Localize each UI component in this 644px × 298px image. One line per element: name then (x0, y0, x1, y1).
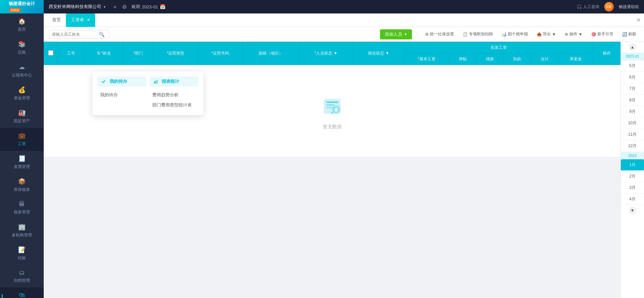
calendar-month-jul[interactable]: 7月 (621, 83, 644, 95)
sidebar-item-fixed-assets[interactable]: 🏭 固定资产 (0, 105, 44, 128)
add-icon[interactable]: ＋ (111, 2, 119, 11)
header-right: 🎧 人工咨询 CE 畅捷通组组 (577, 2, 644, 11)
tab-salary-label: 工资表 (71, 17, 84, 23)
invoice-icon: 🧾 (18, 155, 26, 162)
sidebar-label-invoice: 发票管理 (14, 164, 30, 170)
th-dept: *部门 (123, 42, 153, 65)
headset-icon: 🎧 (577, 4, 582, 9)
calendar-month-jan-active[interactable]: 1月 (621, 159, 644, 171)
social-insurance-icon: ⚙ (425, 32, 429, 37)
calendar-month-mar[interactable]: 3月 (621, 182, 644, 194)
special-deduction-btn[interactable]: 📋 专项附加扣除 (460, 30, 496, 38)
archive-icon: 🗂 (19, 269, 25, 276)
sidebar-item-inventory[interactable]: 📦 库存核算 (0, 174, 44, 197)
search-input[interactable] (52, 32, 99, 37)
th-allowance: 津贴 (449, 54, 476, 65)
content-with-right: 工号 ⇅ *姓名 *部门 *证照类型 *证照号码 国籍（地区） *人员状态 ▼ … (44, 42, 644, 298)
refresh-btn[interactable]: 🔄 刷新 (619, 30, 639, 38)
calendar-month-may[interactable]: 5月 (621, 60, 644, 72)
empty-state-text: 暂无数据 (323, 124, 342, 130)
calendar-month-apr[interactable]: 4月 (621, 194, 644, 205)
special-deduction-label: 专项附加扣除 (469, 31, 493, 37)
sidebar-label-closing: 结账 (18, 255, 26, 261)
calendar-nav-up[interactable]: ▲ (621, 42, 644, 53)
sidebar-label-cloud-report: 云报表中心 (12, 72, 32, 78)
th-id-type: *证照类型 (153, 42, 198, 65)
calendar-month-jun[interactable]: 6月 (621, 72, 644, 83)
social-insurance-btn[interactable]: ⚙ 统一社保设置 (422, 30, 457, 38)
logo-area: 畅捷通好会计 旗舰版 (0, 0, 44, 13)
calendar-nav-down[interactable]: ▼ (621, 205, 644, 216)
popup-todo-item[interactable]: 我的待办 (98, 90, 146, 100)
customer-service-label: 人工咨询 (583, 4, 599, 10)
content-area: 首页 工资表 ✕ ✕ 🔍 添加人员 ▼ ⚙ 统一社保设置 (44, 13, 644, 298)
calendar-month-feb[interactable]: 2月 (621, 171, 644, 182)
sidebar-item-ledger[interactable]: 📚 总账 (0, 36, 44, 59)
sidebar-label-archive: 归档管理 (14, 278, 30, 284)
calendar-month-aug[interactable]: 8月 (621, 95, 644, 106)
calendar-month-nov[interactable]: 11月 (621, 129, 644, 140)
sidebar-item-tax[interactable]: 🏛 税务管理 (0, 197, 44, 219)
sidebar-label-fund: 资金管理 (14, 95, 30, 101)
add-person-button[interactable]: 添加人员 ▼ (380, 29, 412, 39)
tab-home[interactable]: 首页 (47, 13, 66, 27)
empty-state-icon (319, 92, 346, 119)
th-deduction: 扣款 (504, 54, 531, 65)
sidebar-item-salary[interactable]: 💼 工资 (0, 128, 44, 151)
sidebar-item-fund[interactable]: 💰 资金管理 (0, 82, 44, 105)
export-btn[interactable]: 📤 导出 ▼ (534, 30, 559, 38)
user-name: 畅捷通组组 (619, 4, 639, 10)
company-name[interactable]: 西安虾米网络科技有限公司 (49, 4, 101, 10)
popup-todo-title[interactable]: 我的待办 (98, 76, 146, 87)
todo-icon (100, 78, 107, 85)
calendar-current-year: 2023 (621, 152, 644, 159)
sidebar-item-archive[interactable]: 🗂 归档管理 (0, 265, 44, 288)
svg-rect-9 (155, 80, 156, 84)
sidebar-item-cloud-report[interactable]: ☁ 云报表中心 (0, 59, 44, 82)
app-logo-badge: 旗舰版 (9, 8, 21, 12)
customer-service-btn[interactable]: 🎧 人工咨询 (577, 4, 599, 10)
sidebar-item-closing[interactable]: 📝 结账 (0, 242, 44, 265)
period-label: 账期 (131, 4, 140, 10)
popup-todo-label: 我的待办 (110, 78, 127, 85)
tab-close-btn[interactable]: ✕ (87, 18, 90, 22)
th-id-number: *证照号码 (198, 42, 242, 65)
operation-btn[interactable]: ⚙ 操作 ▼ (562, 30, 585, 38)
sidebar-item-expense[interactable]: 🛍 小畅报销 ◀ (0, 288, 44, 298)
popup-report-title[interactable]: 报表统计 (150, 76, 198, 87)
th-operations: 操作 (593, 42, 620, 65)
special-deduction-icon: 📋 (463, 32, 468, 37)
select-all-checkbox[interactable] (48, 50, 53, 56)
header-company-section: 西安虾米网络科技有限公司 ▼ ＋ ⚙ 账期 2023-01 📅 (44, 2, 577, 11)
calendar-month-dec[interactable]: 12月 (621, 140, 644, 152)
th-job-number: 工号 (58, 42, 85, 65)
th-basic-salary: *基本工资 (404, 54, 449, 65)
tax-report-btn[interactable]: 📊 固个税申报 (499, 30, 531, 38)
sidebar-label-tax: 税务管理 (14, 209, 30, 215)
sidebar-item-home[interactable]: 🏠 首页 (0, 13, 44, 36)
guide-btn-icon: 🎯 (591, 32, 596, 37)
close-content-btn[interactable]: ✕ (636, 17, 641, 23)
calendar-down-btn[interactable]: ▼ (629, 207, 636, 214)
calendar-month-oct[interactable]: 10月 (621, 118, 644, 129)
closing-icon: 📝 (18, 246, 26, 254)
export-icon: 📤 (537, 32, 542, 37)
th-checkbox (44, 42, 58, 65)
user-avatar[interactable]: CE (604, 2, 614, 11)
popup-cost-trend-item[interactable]: 费用趋势分析 (150, 90, 198, 100)
calendar-month-sep[interactable]: 9月 (621, 106, 644, 118)
sidebar-item-multi-org[interactable]: 🏢 多机构管理 (0, 219, 44, 242)
cloud-icon: ☁ (19, 63, 25, 71)
tab-bar: 首页 工资表 ✕ ✕ (44, 13, 644, 27)
sidebar-item-invoice[interactable]: 🧾 发票管理 (0, 151, 44, 174)
search-button[interactable]: 🔍 (99, 32, 105, 37)
calendar-up-btn[interactable]: ▲ (629, 43, 636, 51)
guide-btn[interactable]: 🎯 新手引导 (589, 30, 616, 38)
company-dropdown-icon[interactable]: ▼ (103, 5, 106, 9)
calendar-icon[interactable]: 📅 (160, 4, 165, 9)
settings-icon[interactable]: ⚙ (121, 3, 127, 11)
sidebar-label-home: 首页 (18, 27, 26, 32)
tab-salary[interactable]: 工资表 ✕ (66, 13, 95, 27)
sidebar-label-inventory: 库存核算 (14, 187, 30, 193)
popup-dept-cost-item[interactable]: 部门费用类型统计表 (150, 100, 198, 110)
